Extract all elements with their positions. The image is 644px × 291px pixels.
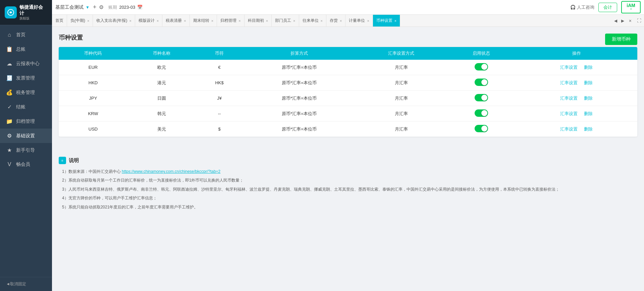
sidebar-item-invoice[interactable]: 🧾 发票管理 [0, 71, 52, 85]
sidebar-item-settlement[interactable]: ✓ 结账 [0, 100, 52, 114]
delete-link[interactable]: 删除 [584, 65, 593, 70]
tab-next-icon[interactable]: ▶ [619, 17, 626, 25]
sidebar-item-tax[interactable]: 💰 税务管理 [0, 85, 52, 100]
toggle-track [475, 63, 488, 70]
company-dropdown-icon[interactable]: ▼ [86, 5, 90, 10]
help-button[interactable]: 🎧 人工咨询 [570, 4, 594, 10]
tab-template[interactable]: 模版设计 × [135, 15, 162, 27]
tab-close-icon[interactable]: × [129, 19, 131, 23]
tab-prev-icon[interactable]: ◀ [612, 17, 619, 25]
tab-subjects[interactable]: 科目期初 × [245, 15, 272, 27]
tab-tax[interactable]: 税表清册 × [162, 15, 190, 27]
enabled-toggle[interactable] [475, 109, 488, 117]
toggle-thumb [481, 95, 487, 101]
tab-label: 往来单位 [303, 18, 319, 23]
tab-close-icon[interactable]: × [321, 19, 323, 23]
toggle-track [475, 94, 488, 101]
rate-setting-link[interactable]: 汇率设置 [560, 127, 578, 132]
topbar-settings-icon[interactable]: ⚙ [99, 4, 104, 10]
tab-expand-icon[interactable]: ⛶ [634, 17, 644, 25]
cell-0: EUR [59, 60, 127, 75]
tab-currency[interactable]: 币种设置 × [373, 15, 400, 27]
tab-close-icon[interactable]: × [367, 19, 369, 23]
company-name: 基层工会测试 [55, 4, 84, 10]
sidebar-item-ledger[interactable]: 📋 总账 [0, 42, 52, 56]
enabled-toggle[interactable] [475, 125, 488, 132]
cell-1: 日圆 [127, 91, 196, 106]
tab-close-icon[interactable]: × [157, 19, 159, 23]
toggle-thumb [481, 79, 487, 85]
notice-list: 1）数据来源：中国外汇交易中心 https://www.chinamoney.c… [59, 168, 637, 210]
sidebar-item-reports[interactable]: ☁ 云报表中心 [0, 56, 52, 71]
rate-setting-link[interactable]: 汇率设置 [560, 111, 578, 116]
rate-setting-link[interactable]: 汇率设置 [560, 65, 578, 70]
tabbar: 首页 负(中期) × 收入支出表(年报) × 模版设计 × 税表清册 × 期末结… [52, 15, 644, 27]
sidebar-pin-toggle[interactable]: ◄取消固定 [0, 277, 52, 291]
cell-1: 韩元 [127, 106, 196, 122]
tab-label: 归档管理 [220, 18, 236, 23]
tab-income[interactable]: 收入支出表(年报) × [93, 15, 135, 27]
cell-3: 原币*汇率=本位币 [243, 106, 356, 122]
enabled-toggle[interactable] [475, 63, 488, 70]
rate-setting-link[interactable]: 汇率设置 [560, 80, 578, 85]
cell-actions: 汇率设置 删除 [516, 60, 637, 75]
notice-item-3: 3）人民币对马来西亚林吉特、俄罗斯卢布、南非兰特、韩元、阿联酋迪拉姆、沙特里亚尔… [62, 186, 637, 193]
sidebar-item-member[interactable]: V 畅会员 [0, 157, 52, 172]
tab-balance[interactable]: 负(中期) × [67, 15, 93, 27]
tab-archive[interactable]: 归档管理 × [217, 15, 244, 27]
new-currency-button[interactable]: 新增币种 [605, 34, 637, 45]
iam-badge[interactable]: iAM * [621, 1, 641, 13]
tab-close-icon[interactable]: × [184, 19, 186, 23]
table-row: KRW韩元--原币*汇率=本位币月汇率 汇率设置 删除 [59, 106, 637, 122]
tab-label: 部门员工 [275, 18, 291, 23]
tab-dept[interactable]: 部门员工 × [272, 15, 299, 27]
currency-table: 币种代码 币种名称 币符 折算方式 汇率设置方式 启用状态 操作 EUR欧元€原… [59, 47, 637, 137]
tab-period-end[interactable]: 期末结转 × [190, 15, 217, 27]
tab-close-icon[interactable]: × [394, 19, 396, 23]
tab-clients[interactable]: 往来单位 × [299, 15, 326, 27]
col-symbol: 币符 [196, 47, 243, 60]
cell-0: KRW [59, 106, 127, 122]
sidebar-item-label: 结账 [16, 104, 25, 110]
headset-icon: 🎧 [570, 5, 576, 10]
cell-3: 原币*汇率=本位币 [243, 60, 356, 75]
sidebar-item-guide[interactable]: ★ 新手引导 [0, 143, 52, 157]
sidebar-logo-text: 畅捷通好会计 旗舰版 [19, 4, 47, 21]
sidebar-item-label: 归档管理 [16, 118, 35, 125]
rate-setting-link[interactable]: 汇率设置 [560, 96, 578, 101]
notice-link[interactable]: https://www.chinamoney.com.cn/chinese/bk… [122, 169, 220, 174]
delete-link[interactable]: 删除 [584, 127, 593, 132]
cell-4: 月汇率 [356, 60, 447, 75]
tab-unit[interactable]: 计量单位 × [345, 15, 373, 27]
tab-home[interactable]: 首页 [52, 15, 67, 27]
star-icon: ★ [6, 147, 13, 153]
delete-link[interactable]: 删除 [584, 96, 593, 101]
tab-close-icon[interactable]: × [266, 19, 268, 23]
tab-close-icon[interactable]: × [87, 19, 89, 23]
tab-inventory[interactable]: 存货 × [326, 15, 345, 27]
add-tab-button[interactable]: + [93, 4, 97, 11]
calendar-icon[interactable]: 📅 [137, 5, 143, 10]
delete-link[interactable]: 删除 [584, 111, 593, 116]
tab-close-all-icon[interactable]: × [626, 17, 634, 25]
cell-1: 港元 [127, 75, 196, 91]
tab-close-icon[interactable]: × [238, 19, 240, 23]
enabled-toggle[interactable] [475, 79, 488, 86]
sidebar-item-label: 发票管理 [16, 75, 35, 81]
cell-toggle [447, 122, 516, 137]
sidebar-item-archive[interactable]: 📁 归档管理 [0, 114, 52, 129]
main-content: 币种设置 币种代码 币种名称 币符 折算方式 汇率设置方式 启用状态 操作 EU… [52, 27, 644, 291]
enabled-toggle[interactable] [475, 94, 488, 101]
tab-close-icon[interactable]: × [293, 19, 295, 23]
sidebar-item-home[interactable]: ⌂ 首页 [0, 28, 52, 42]
notice-item-2: 2）系统自动获取每月第一个工作日的汇率标价，统一为直接标价法，即1外币可以兑换的… [62, 177, 637, 184]
user-role-button[interactable]: 会计 [598, 3, 617, 12]
table-row: EUR欧元€原币*汇率=本位币月汇率 汇率设置 删除 [59, 60, 637, 75]
cell-4: 月汇率 [356, 122, 447, 137]
tab-close-icon[interactable]: × [340, 19, 342, 23]
tab-label: 存货 [330, 18, 338, 23]
sidebar-item-settings[interactable]: ⚙ 基础设置 [0, 129, 52, 143]
tab-close-icon[interactable]: × [211, 19, 213, 23]
notice-item-4: 4）无官方牌价的币种，可以用户手工维护汇率信息； [62, 195, 637, 201]
delete-link[interactable]: 删除 [584, 80, 593, 85]
